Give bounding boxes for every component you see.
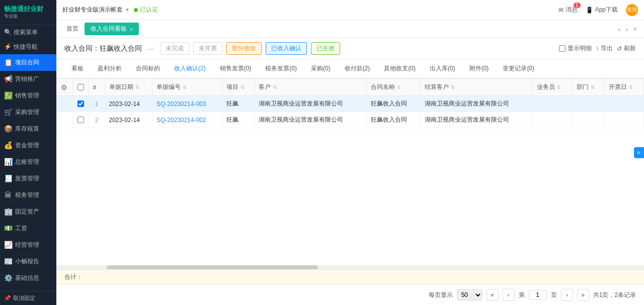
row-docno-1[interactable]: SQ-20230214-002 [152,112,222,128]
customer-sort-icon[interactable]: ⇅ [273,84,277,90]
subtab-contract_standard[interactable]: 合同标的 [129,59,167,79]
topbar-left: 好业财专业版演示帐套 ▼ 已认证 [62,6,158,14]
tab-close-all-icon[interactable]: × [632,25,638,33]
scrollbar-thumb[interactable] [107,265,318,269]
contract-sort-icon[interactable]: ⇅ [397,84,401,90]
status-unopened-btn[interactable]: 未开票 [193,42,222,55]
status-incomplete-btn[interactable]: 未完成 [160,42,189,55]
column-settings-icon[interactable]: ⚙ [60,83,68,91]
subtab-warehouse[interactable]: 出入库(0) [423,59,462,79]
company-selector[interactable]: 好业财专业版演示帐套 ▼ [62,6,130,14]
sidebar-item-general[interactable]: 📊总账管理 [0,154,56,170]
page-number-input[interactable] [529,290,547,300]
salesperson-sort-icon[interactable]: ⇅ [557,84,561,90]
subtab-change_log[interactable]: 变更记录(0) [496,59,541,79]
select-all-checkbox[interactable] [77,84,84,90]
export-button[interactable]: ↑ 导出 [596,44,613,53]
sidebar-icon-sales: 💹 [4,91,12,99]
row-num-1: 2 [89,112,105,128]
subtab-purchase[interactable]: 采购(0) [304,59,338,79]
project-column-header: 项目⇅ [222,79,255,96]
export-icon: ↑ [596,45,599,52]
sidebar-item-capital[interactable]: 💰资金管理 [0,137,56,154]
subtab-payment[interactable]: 收付款(2) [338,59,377,79]
status-confirmed-btn[interactable]: 已收入确认 [266,42,307,55]
date-sort-icon[interactable]: ⇅ [135,84,139,90]
project-sort-icon[interactable]: ⇅ [240,84,245,90]
tabs-bar: 首页 收入合同看板 × ‹ › × [56,20,644,38]
page-title-name: 狂飙收入合同 [100,44,142,52]
message-button[interactable]: ✉ 消息 1 [558,6,578,14]
row-checkbox-1[interactable] [77,117,84,123]
opendate-sort-icon[interactable]: ⇅ [629,84,633,90]
sidebar-item-marketing[interactable]: 📢营销推广 [0,71,56,87]
sidebar-item-project[interactable]: 📋项目合同 [0,54,56,71]
subtab-profit[interactable]: 盈利分析 [91,59,129,79]
sidebar-label-marketing: 营销推广 [15,75,39,83]
prev-page-button[interactable]: ‹ [503,289,515,301]
status-partial-btn[interactable]: 部分收款 [226,42,262,55]
row-docno-0[interactable]: SQ-20230214-003 [152,96,222,112]
tab-next-icon[interactable]: › [624,25,629,33]
horizontal-scrollbar[interactable] [56,265,644,269]
user-avatar[interactable]: 珠珠 [626,4,638,16]
sidebar-item-report[interactable]: 📰小畅报告 [0,253,56,270]
settlement-sort-icon[interactable]: ⇅ [451,84,455,90]
status-active-btn[interactable]: 已生效 [311,42,340,55]
subtab-income_confirm[interactable]: 收入确认(2) [167,59,213,79]
sidebar-search[interactable]: 🔍 搜索菜单 [0,25,56,40]
doc-link-0[interactable]: SQ-20230214-003 [156,100,206,108]
row-checkbox-0[interactable] [77,100,84,107]
next-page-button[interactable]: › [561,289,573,301]
total-label: 合计： [64,273,83,280]
row-opendate-0 [604,96,643,112]
subtab-other_income[interactable]: 其他收支(0) [377,59,423,79]
sidebar-bottom-pin[interactable]: 📌 取消固定 [0,291,56,305]
sidebar-item-invoice[interactable]: 🧾发票管理 [0,170,56,187]
table-area[interactable]: ⚙ # 单据日期⇅ 单据编号⇅ 项目⇅ [56,79,644,265]
subtab-attachment[interactable]: 附件(0) [462,59,496,79]
page-size-label: 每页显示 [429,291,453,299]
tab-prev-icon[interactable]: ‹ [617,25,621,33]
more-options-icon[interactable]: ··· [146,45,156,53]
page-size-select[interactable]: 50 100 200 [457,289,482,300]
avatar: 珠珠 [626,4,638,16]
export-label: 导出 [601,44,613,53]
row-salesperson-1 [533,112,572,128]
doc-link-1[interactable]: SQ-20230214-002 [156,117,206,124]
row-project-0: 狂飙 [222,96,255,112]
sidebar-item-purchase[interactable]: 🛒采购管理 [0,104,56,121]
subtab-tax_invoice[interactable]: 税务发票(0) [258,59,304,79]
refresh-button[interactable]: ↺ 刷新 [617,44,636,53]
sidebar-item-base[interactable]: ⚙️基础信息 [0,270,56,286]
docno-sort-icon[interactable]: ⇅ [183,84,187,90]
right-action-panel[interactable]: ≡ [634,147,644,158]
page-header: 收入合同：狂飙收入合同 ··· 未完成 未开票 部分收款 已收入确认 已生效 显… [56,38,644,59]
sidebar-item-tax[interactable]: 🏛税务管理 [0,187,56,204]
sidebar-item-inventory[interactable]: 📦库存核算 [0,121,56,137]
sidebar-quick-nav[interactable]: ⚡ 快捷导航 [0,40,56,54]
row-date-1: 2023-02-14 [105,112,152,128]
sidebar-icon-fixed: 🏢 [4,208,12,216]
home-tab[interactable]: 首页 [62,23,83,35]
first-page-button[interactable]: « [487,289,499,301]
table-row[interactable]: 1 2023-02-14 SQ-20230214-003 狂飙 湖南卫视商业运营… [56,96,644,112]
sidebar-item-sales[interactable]: 💹销售管理 [0,87,56,104]
dept-sort-icon[interactable]: ⇅ [591,84,595,90]
sidebar-icon-inventory: 📦 [4,125,12,133]
table-row[interactable]: 2 2023-02-14 SQ-20230214-002 狂飙 湖南卫视商业运营… [56,112,644,128]
sidebar-item-hr[interactable]: 💵工资 [0,220,56,237]
subtab-sales_invoice[interactable]: 销售发票(0) [213,59,259,79]
show-detail-checkbox[interactable]: 显示明细 [559,44,592,53]
show-detail-input[interactable] [559,45,566,52]
row-opendate-1 [604,112,643,128]
row-check-0[interactable] [72,96,89,112]
last-page-button[interactable]: » [577,289,589,301]
app-download-button[interactable]: 📱 App下载 [586,6,618,14]
sidebar-item-mgmt[interactable]: 📈经营管理 [0,237,56,253]
active-tab[interactable]: 收入合同看板 × [85,23,139,35]
sidebar-item-fixed[interactable]: 🏢固定资产 [0,204,56,220]
subtab-kanban[interactable]: 看板 [64,59,91,79]
row-check-1[interactable] [72,112,89,128]
tab-close-icon[interactable]: × [130,26,133,32]
